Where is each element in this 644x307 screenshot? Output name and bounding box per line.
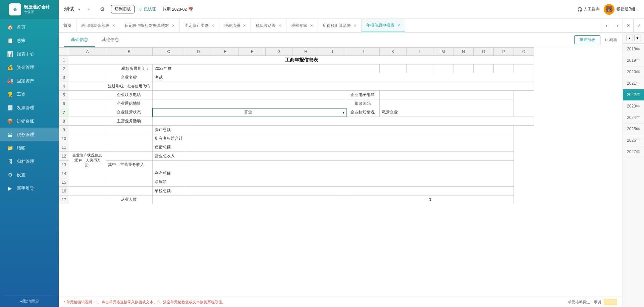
sidebar-item-archive[interactable]: 🗄 归档管理 [0, 155, 59, 168]
tab-fixed-asset-type[interactable]: 固定资产类别 ✕ [180, 19, 219, 32]
cell-17j[interactable]: 0 [346, 195, 514, 204]
cell-2k[interactable] [380, 64, 407, 73]
cell-7k[interactable]: 私营企业 [380, 108, 514, 117]
cell-8c[interactable] [153, 117, 534, 126]
year-item-2025[interactable]: 2025年 [623, 124, 644, 135]
sidebar-item-assets[interactable]: 🏭 固定资产 [0, 74, 59, 88]
tab-close-icon[interactable]: ✕ [243, 24, 246, 28]
col-header-b[interactable]: B [106, 48, 153, 56]
cell-5c[interactable] [153, 91, 346, 99]
sidebar-item-closing[interactable]: 📁 结账 [0, 141, 59, 155]
sidebar-item-purchase[interactable]: 📦 进销台账 [0, 115, 59, 128]
col-header-c[interactable]: C [153, 48, 185, 56]
sidebar-item-ledger[interactable]: 📋 总账 [0, 34, 59, 47]
year-item-2019[interactable]: 2019年 [623, 55, 644, 67]
cell-9b[interactable] [106, 126, 153, 134]
user-menu[interactable]: 🐻 畅捷通B组... [604, 4, 639, 15]
col-header-i[interactable]: I [319, 48, 346, 56]
sidebar-item-tax[interactable]: 🏛 税务管理 [0, 128, 59, 141]
refresh-btn[interactable]: ↻ 刷新 [604, 37, 617, 43]
cell-17a[interactable] [69, 195, 106, 204]
topbar-add-btn[interactable]: ＋ [84, 5, 94, 14]
topbar-dropdown-icon[interactable]: ▾ [78, 7, 80, 12]
sidebar-item-reports[interactable]: 📊 报表中心 [0, 47, 59, 61]
sidebar-item-home[interactable]: 🏠 首页 [0, 20, 59, 34]
tab-close-icon[interactable]: ✕ [354, 24, 357, 28]
cell-12d[interactable] [185, 152, 514, 161]
cell-16d[interactable] [185, 187, 514, 195]
col-header-d[interactable]: D [185, 48, 212, 56]
sidebar-logo[interactable]: 会 畅捷通好会计 专业版 [0, 0, 59, 19]
sidebar-item-guide[interactable]: ▶ 新手引导 [0, 182, 59, 195]
cell-3c[interactable]: 测试 [153, 73, 534, 82]
year-nav-down-btn[interactable]: ▼ [634, 35, 641, 41]
cell-2n[interactable] [453, 64, 474, 73]
tab-close-icon[interactable]: ✕ [310, 24, 313, 28]
year-item-2024[interactable]: 2024年 [623, 112, 644, 124]
support-btn[interactable]: 🎧 人工咨询 [577, 6, 600, 12]
cell-13c[interactable] [153, 161, 514, 169]
tab-close-icon[interactable]: ✕ [172, 24, 175, 28]
cell-15b[interactable] [106, 178, 153, 187]
col-header-a[interactable]: A [69, 48, 106, 56]
cell-14d[interactable] [185, 169, 514, 178]
tab-prev-btn[interactable]: ‹ [601, 19, 612, 32]
cell-11a[interactable] [69, 143, 106, 152]
tab-close-icon[interactable]: ✕ [397, 23, 400, 28]
col-header-o[interactable]: O [474, 48, 494, 56]
cell-6a[interactable] [69, 99, 106, 108]
tab-bank-reconcile[interactable]: 日记账与银行对账单核对 ✕ [120, 19, 180, 32]
cell-11d[interactable] [185, 143, 514, 152]
tab-tax-fluctuation[interactable]: 税负波动表 ✕ [251, 19, 286, 32]
col-header-k[interactable]: K [380, 48, 407, 56]
switch-version-btn[interactable]: 切到旧版 [111, 5, 135, 13]
cell-7c-dropdown[interactable]: 开业 ▾ [153, 108, 346, 117]
tab-tax-forms[interactable]: 税表清册 ✕ [219, 19, 251, 32]
cell-3a[interactable] [69, 73, 106, 82]
col-header-e[interactable]: E [212, 48, 239, 56]
sidebar-collapse-btn[interactable]: ◄取消固定 [0, 296, 59, 307]
col-header-l[interactable]: L [407, 48, 433, 56]
cell-16b[interactable] [106, 187, 153, 195]
cell-2o[interactable] [474, 64, 494, 73]
sidebar-item-settings[interactable]: ⚙ 设置 [0, 168, 59, 182]
tab-tax-expert[interactable]: 税检专家 ✕ [286, 19, 318, 32]
calendar-icon[interactable]: 📅 [188, 7, 193, 12]
tab-annual-report[interactable]: 年报信息申报表 ✕ [362, 19, 405, 32]
cell-5k[interactable] [380, 91, 514, 99]
topbar-settings-btn[interactable]: ⚙ [98, 5, 107, 14]
cell-10a[interactable] [69, 134, 106, 143]
cell-14b[interactable] [106, 169, 153, 178]
tab-close-icon[interactable]: ✕ [112, 24, 115, 28]
cell-2q[interactable] [514, 64, 534, 73]
cell-4c[interactable] [153, 82, 534, 91]
year-item-2022[interactable]: 2022年 [623, 89, 644, 101]
sidebar-item-invoice[interactable]: 🧾 发票管理 [0, 101, 59, 115]
cell-7a[interactable] [69, 108, 106, 117]
col-header-q[interactable]: Q [514, 48, 534, 56]
col-header-f[interactable]: F [239, 48, 266, 56]
year-item-2020[interactable]: 2020年 [623, 67, 644, 78]
cell-12b[interactable] [106, 152, 153, 161]
cell-9d[interactable] [185, 126, 514, 134]
cell-10d[interactable] [185, 134, 514, 143]
sheet-title-cell[interactable]: 工商年报信息表 [69, 56, 534, 64]
cell-16a[interactable] [69, 187, 106, 195]
tab-next-btn[interactable]: › [612, 19, 623, 32]
tab-subsidiary-balance[interactable]: 科目辅助余额表 ✕ [76, 19, 120, 32]
col-header-h[interactable]: H [292, 48, 319, 56]
cell-6k[interactable] [380, 99, 514, 108]
cell-17c[interactable] [153, 195, 346, 204]
cell-15d[interactable] [185, 178, 514, 187]
cell-2m[interactable] [433, 64, 453, 73]
tab-close-icon[interactable]: ✕ [278, 24, 281, 28]
sidebar-item-funds[interactable]: 💰 资金管理 [0, 61, 59, 74]
cell-15a[interactable] [69, 178, 106, 187]
year-item-2026[interactable]: 2026年 [623, 135, 644, 146]
spreadsheet-scroll[interactable]: A B C D E F G H I J [59, 47, 623, 297]
tab-home[interactable]: 首页 [59, 19, 76, 32]
cell-2j[interactable] [346, 64, 380, 73]
tab-close-icon[interactable]: ✕ [211, 24, 214, 28]
cell-6c[interactable] [153, 99, 346, 108]
cell-2a[interactable] [69, 64, 106, 73]
